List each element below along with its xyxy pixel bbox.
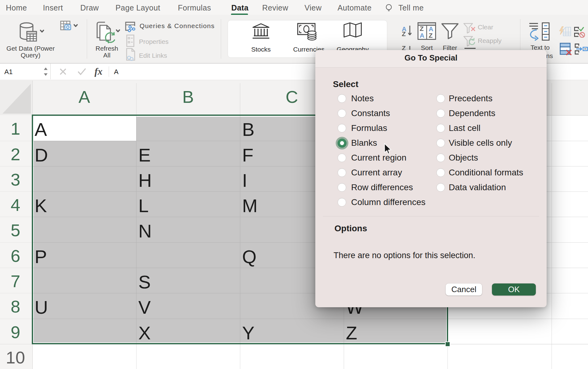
svg-text:Z: Z — [402, 44, 406, 50]
svg-text:Z: Z — [429, 32, 433, 39]
svg-text:A: A — [420, 32, 424, 39]
svg-text:Z: Z — [402, 30, 406, 37]
svg-text:A: A — [429, 25, 433, 32]
svg-text:Z: Z — [420, 25, 424, 32]
